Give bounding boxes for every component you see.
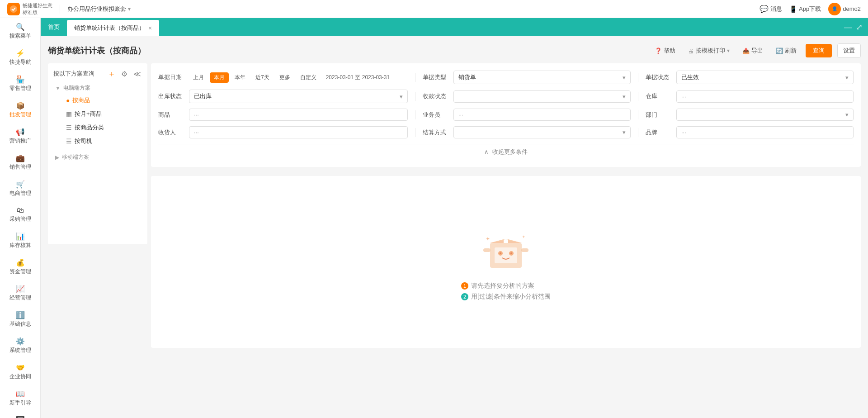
page-title: 销货单统计计表（按商品） xyxy=(48,45,146,56)
date-tab-more[interactable]: 更多 xyxy=(275,72,294,83)
filter-row-2: 出库状态 已出库 ▾ 收款状态 xyxy=(158,90,854,103)
doc-status-chevron-icon: ▾ xyxy=(845,74,849,81)
divider-7 xyxy=(415,128,415,137)
sidebar: 🔍 搜索菜单 ⚡ 快捷导航 🏪 零售管理 📦 批发管理 📢 营销推广 💼 销售管… xyxy=(0,18,41,418)
goods-input[interactable]: ··· xyxy=(189,109,408,121)
content-area: 首页 销货单统计计表（按商品） × — ⤢ 销货单统计计表（按商品） ❓ 帮助 xyxy=(41,18,868,418)
sidebar-item-basic[interactable]: ℹ️ 基础信息 xyxy=(0,306,40,332)
doc-status-select[interactable]: 已生效 ▾ xyxy=(676,71,854,84)
sidebar-item-guide[interactable]: 📖 新手引导 xyxy=(0,385,40,411)
doc-type-select[interactable]: 销货单 ▾ xyxy=(453,71,631,84)
query-btn[interactable]: 查询 xyxy=(806,44,832,57)
salesperson-label: 业务员 xyxy=(423,111,450,119)
hint-1-text: 请先选择要分析的方案 xyxy=(471,282,534,290)
filter-goods: 商品 ··· xyxy=(158,109,408,121)
add-scheme-btn[interactable]: ＋ xyxy=(107,69,117,79)
left-nav-panel: 按以下方案查询 ＋ ⚙ ≪ ▼ 电脑端方案 xyxy=(48,63,147,244)
tab-home[interactable]: 首页 xyxy=(41,18,67,36)
doc-status-label: 单据状态 xyxy=(646,73,673,81)
out-status-select[interactable]: 已出库 ▾ xyxy=(189,90,408,103)
left-panel-title: 按以下方案查询 xyxy=(53,70,94,78)
sidebar-item-search[interactable]: 🔍 搜索菜单 xyxy=(0,18,40,44)
app-selector[interactable]: 办公用品行业模拟账套 ▾ xyxy=(67,5,131,13)
empty-hint-2: 2 用[过滤]条件来缩小分析范围 xyxy=(461,293,551,301)
svg-text:✦: ✦ xyxy=(522,234,525,239)
template-print-label: 按模板打印 xyxy=(696,47,725,55)
date-tab-last-month[interactable]: 上月 xyxy=(189,72,208,83)
goods-placeholder: ··· xyxy=(194,111,199,118)
settings-btn[interactable]: 设置 xyxy=(837,43,861,58)
pc-section-header[interactable]: ▼ 电脑端方案 xyxy=(53,82,142,94)
tab-active[interactable]: 销货单统计计表（按商品） × xyxy=(67,20,159,36)
tab-expand-icon[interactable]: ⤢ xyxy=(856,22,863,32)
department-select[interactable]: ▾ xyxy=(676,109,854,121)
hint-num-2: 2 xyxy=(461,293,468,300)
hint-2-text: 用[过滤]条件来缩小分析范围 xyxy=(471,293,551,301)
payment-status-select[interactable]: ▾ xyxy=(453,90,631,103)
goods-category-icon: ☰ xyxy=(66,124,72,131)
warehouse-placeholder: ··· xyxy=(681,93,686,100)
sidebar-item-sales[interactable]: 💼 销售管理 xyxy=(0,149,40,176)
date-tab-current-year[interactable]: 本年 xyxy=(231,72,250,83)
filter-department: 部门 ▾ xyxy=(646,109,854,121)
driver-icon: ☰ xyxy=(66,138,72,145)
query-label: 查询 xyxy=(813,47,825,55)
user-area[interactable]: 👤 demo2 xyxy=(828,3,861,15)
main-layout: 🔍 搜索菜单 ⚡ 快捷导航 🏪 零售管理 📦 批发管理 📢 营销推广 💼 销售管… xyxy=(0,18,868,418)
sidebar-item-inventory[interactable]: 📊 库存核算 xyxy=(0,228,40,254)
out-status-chevron-icon: ▾ xyxy=(400,93,403,100)
warehouse-input[interactable]: ··· xyxy=(676,90,854,103)
salesperson-input[interactable]: ··· xyxy=(453,109,631,121)
app-name: 办公用品行业模拟账套 xyxy=(67,5,126,13)
sidebar-item-marketing[interactable]: 📢 营销推广 xyxy=(0,123,40,149)
sidebar-item-system[interactable]: ⚙️ 系统管理 xyxy=(0,332,40,359)
help-label: 帮助 xyxy=(664,47,675,55)
department-chevron-icon: ▾ xyxy=(845,111,849,118)
template-print-btn[interactable]: 🖨 按模板打印 ▾ xyxy=(684,45,733,57)
sidebar-item-enterprise[interactable]: 🤝 企业协同 xyxy=(0,359,40,385)
tab-close-icon[interactable]: × xyxy=(148,24,152,32)
divider-8 xyxy=(638,128,638,137)
tree-expand-icon: ▼ xyxy=(55,85,61,91)
sidebar-item-appstore[interactable]: 🔲 应用中心 xyxy=(0,411,40,418)
divider xyxy=(60,5,60,14)
sidebar-item-quick-nav[interactable]: ⚡ 快捷导航 xyxy=(0,44,40,71)
sidebar-item-operations[interactable]: 📈 经营管理 xyxy=(0,280,40,306)
pc-section-label: 电脑端方案 xyxy=(63,84,90,92)
settings-scheme-btn[interactable]: ⚙ xyxy=(119,69,129,79)
mobile-section-header[interactable]: ▶ 移动端方案 xyxy=(53,152,142,163)
divider-3 xyxy=(415,92,415,101)
filter-brand: 品牌 ··· xyxy=(646,126,854,138)
date-tab-current-month[interactable]: 本月 xyxy=(210,72,229,83)
date-tab-custom[interactable]: 自定义 xyxy=(296,72,321,83)
settlement-select[interactable]: ▾ xyxy=(453,126,631,138)
empty-hint-1: 1 请先选择要分析的方案 xyxy=(461,282,551,290)
collapse-bar[interactable]: ∧ 收起更多条件 xyxy=(158,144,854,160)
divider-6 xyxy=(638,110,638,119)
tab-active-label: 销货单统计计表（按商品） xyxy=(74,24,145,32)
doc-status-value: 已生效 xyxy=(681,73,699,81)
refresh-btn[interactable]: 🔄 刷新 xyxy=(772,45,800,57)
scheme-by-goods-category[interactable]: ☰ 按商品分类 xyxy=(62,121,142,134)
export-btn[interactable]: 📤 导出 xyxy=(739,45,767,57)
sidebar-item-ecommerce[interactable]: 🛒 电商管理 xyxy=(0,176,40,202)
help-btn[interactable]: ❓ 帮助 xyxy=(651,45,679,57)
sidebar-item-finance[interactable]: 💰 资金管理 xyxy=(0,254,40,280)
scheme-by-goods[interactable]: ● 按商品 xyxy=(62,94,142,107)
sidebar-item-wholesale[interactable]: 📦 批发管理 xyxy=(0,97,40,123)
svg-rect-8 xyxy=(521,248,528,252)
brand-input[interactable]: ··· xyxy=(676,126,854,138)
brand-placeholder: ··· xyxy=(681,129,686,136)
sidebar-item-retail[interactable]: 🏪 零售管理 xyxy=(0,71,40,97)
tab-home-label: 首页 xyxy=(48,23,60,31)
receiver-input[interactable]: ··· xyxy=(189,126,408,138)
sidebar-item-purchase[interactable]: 🛍 采购管理 xyxy=(0,202,40,228)
message-btn[interactable]: 💬 消息 xyxy=(760,5,782,13)
scheme-by-month-goods[interactable]: ▦ 按月+商品 xyxy=(62,107,142,121)
app-download-btn[interactable]: 📱 App下载 xyxy=(789,5,821,13)
receiver-label: 收货人 xyxy=(158,128,185,137)
collapse-panel-btn[interactable]: ≪ xyxy=(132,69,142,79)
scheme-by-driver[interactable]: ☰ 按司机 xyxy=(62,134,142,148)
tab-minimize-icon[interactable]: — xyxy=(844,23,852,32)
date-tab-7days[interactable]: 近7天 xyxy=(251,72,274,83)
